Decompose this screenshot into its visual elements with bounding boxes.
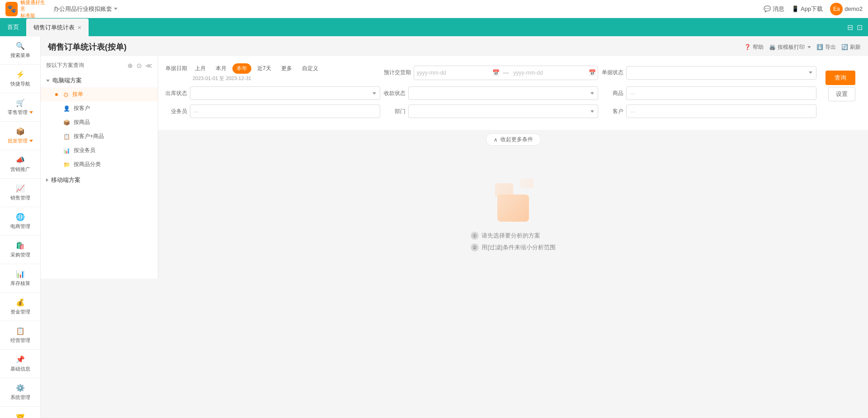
search-menu-icon: 🔍 — [16, 42, 25, 50]
tab-close-icon[interactable]: ✕ — [77, 25, 81, 31]
collapse-icon: ∧ — [494, 137, 498, 143]
scheme-group-desktop-header[interactable]: 电脑端方案 — [41, 74, 158, 87]
tab-minimize-icon[interactable]: ⊟ — [847, 23, 853, 32]
sidebar-item-search-menu[interactable]: 🔍 搜索菜单 — [0, 36, 40, 65]
scheme-item-by-order[interactable]: ⊙ 按单 — [41, 87, 158, 101]
date-label: 单据日期 — [165, 65, 187, 72]
left-panel-header: 按以下方案查询 ⊕ ⊙ ≪ — [41, 60, 158, 73]
sidebar-item-retail[interactable]: 🛒 零售管理 — [0, 93, 40, 122]
refresh-icon: 🔄 — [841, 44, 848, 50]
wholesale-icon: 📦 — [16, 127, 25, 136]
basic-icon: 📌 — [16, 355, 25, 364]
expected-date-to-input[interactable]: yyyy-mm-dd — [511, 66, 587, 80]
ecommerce-icon: 🌐 — [16, 213, 25, 221]
by-customer-icon: 👤 — [63, 105, 70, 112]
scheme-item-by-goods-category[interactable]: 📁 按商品分类 — [41, 157, 158, 171]
date-btn-last-month[interactable]: 上月 — [191, 63, 210, 74]
sidebar-item-ecommerce[interactable]: 🌐 电商管理 — [0, 207, 40, 236]
scheme-item-by-customer-goods[interactable]: 📋 按客户+商品 — [41, 129, 158, 143]
message-icon: 💬 — [764, 5, 771, 12]
tab-maximize-icon[interactable]: ⊡ — [857, 23, 863, 32]
order-status-select[interactable] — [626, 66, 816, 80]
expected-date-calendar-to-icon[interactable]: 📅 — [587, 69, 598, 76]
date-btn-this-year[interactable]: 本年 — [232, 63, 251, 74]
date-btn-custom[interactable]: 自定义 — [298, 63, 322, 74]
account-selector[interactable]: 办公用品行业模拟账套 — [50, 3, 121, 15]
sidebar-item-system[interactable]: ⚙️ 系统管理 — [0, 378, 40, 407]
sidebar-item-operations[interactable]: 📋 经营管理 — [0, 321, 40, 350]
tab-sales-order-stats[interactable]: 销售订单统计表 ✕ — [26, 19, 89, 37]
active-indicator — [55, 93, 58, 96]
scheme-item-by-salesperson[interactable]: 📊 按业务员 — [41, 143, 158, 157]
receipt-status-select[interactable] — [408, 86, 599, 100]
avatar: Ea — [830, 3, 843, 15]
by-order-icon: ⊙ — [63, 91, 69, 98]
by-goods-icon: 📦 — [63, 119, 70, 126]
retail-arrow-icon — [29, 111, 33, 114]
order-status-filter: 单据状态 — [602, 66, 816, 80]
top-bar-right: 💬 消息 📱 App下载 Ea demo2 — [764, 3, 863, 15]
sidebar-item-wholesale[interactable]: 📦 批发管理 — [0, 122, 40, 150]
help-button[interactable]: ❓ 帮助 — [744, 43, 764, 51]
sidebar-item-enterprise-collab[interactable]: 🤝 企业协同 — [0, 407, 40, 418]
expected-date-calendar-from-icon[interactable]: 📅 — [491, 69, 501, 76]
add-scheme-icon[interactable]: ⊕ — [127, 62, 133, 69]
order-status-dropdown-icon — [809, 71, 812, 74]
export-button[interactable]: ⬇️ 导出 — [816, 43, 836, 51]
tab-home[interactable]: 首页 — [0, 18, 26, 36]
date-separator: — — [501, 69, 511, 76]
tab-bar: 首页 销售订单统计表 ✕ ⊟ ⊡ — [0, 18, 868, 36]
customer-label: 客户 — [602, 108, 623, 115]
expected-date-filter: 预计交货期 yyyy-mm-dd 📅 — yyyy-mm-dd 📅 — [384, 66, 599, 80]
purchase-icon: 🛍️ — [16, 241, 25, 250]
print-dropdown-icon — [807, 46, 811, 48]
date-filter: 单据日期 上月 本月 本年 近7天 更多 自定义 — [165, 63, 380, 82]
page-title: 销售订单统计表(按单) — [48, 42, 127, 52]
right-panel: 单据日期 上月 本月 本年 近7天 更多 自定义 — [158, 56, 868, 279]
collapse-panel-icon[interactable]: ≪ — [146, 62, 152, 69]
scheme-group-mobile-header[interactable]: 移动端方案 — [41, 173, 158, 187]
collapse-bar[interactable]: ∧ 收起更多条件 — [158, 130, 868, 149]
date-range-display: 2023-01-01 至 2023-12-31 — [193, 76, 251, 81]
scheme-group-desktop: 电脑端方案 ⊙ 按单 👤 按客户 📦 — [41, 73, 158, 172]
date-btn-this-month[interactable]: 本月 — [212, 63, 231, 74]
expected-date-from-input[interactable]: yyyy-mm-dd — [414, 66, 491, 80]
query-button[interactable]: 查询 — [826, 71, 855, 85]
expected-date-label: 预计交货期 — [384, 69, 411, 76]
settings-button[interactable]: 设置 — [828, 87, 855, 101]
scheme-item-by-goods[interactable]: 📦 按商品 — [41, 115, 158, 129]
sales-icon: 📈 — [16, 184, 25, 193]
system-icon: ⚙️ — [16, 384, 25, 392]
collapse-bar-inner[interactable]: ∧ 收起更多条件 — [486, 133, 541, 146]
empty-state: ① 请先选择要分析的方案 ② 用[过滤]条件来缩小分析范围 — [158, 149, 868, 279]
sidebar-item-quick-nav[interactable]: ⚡ 快捷导航 — [0, 65, 40, 93]
out-status-select[interactable] — [190, 86, 380, 100]
sidebar-item-marketing[interactable]: 📣 营销推广 — [0, 150, 40, 179]
sidebar-item-inventory[interactable]: 📊 库存核算 — [0, 264, 40, 293]
top-bar: 🐾 畅捷通好生意 标准版 办公用品行业模拟账套 💬 消息 📱 App下载 Ea … — [0, 0, 868, 18]
finance-icon: 💰 — [16, 298, 25, 307]
department-select[interactable] — [408, 104, 599, 118]
print-button[interactable]: 🖨️ 按模板打印 — [769, 43, 811, 51]
date-btn-more[interactable]: 更多 — [277, 63, 296, 74]
help-icon: ❓ — [744, 44, 751, 50]
sidebar-item-purchase[interactable]: 🛍️ 采购管理 — [0, 236, 40, 264]
export-icon: ⬇️ — [816, 44, 823, 50]
settings-scheme-icon[interactable]: ⊙ — [137, 62, 142, 69]
sidebar-item-finance[interactable]: 💰 资金管理 — [0, 293, 40, 321]
sidebar-item-basic[interactable]: 📌 基础信息 — [0, 350, 40, 378]
refresh-button[interactable]: 🔄 刷新 — [841, 43, 861, 51]
selector-arrow-icon — [114, 8, 118, 10]
user-profile[interactable]: Ea demo2 — [830, 3, 863, 15]
customer-input[interactable]: ··· — [626, 104, 816, 118]
goods-input[interactable]: ··· — [626, 86, 816, 100]
order-status-label: 单据状态 — [602, 69, 623, 76]
scheme-item-by-customer[interactable]: 👤 按客户 — [41, 101, 158, 115]
sidebar-item-sales[interactable]: 📈 销售管理 — [0, 179, 40, 207]
date-btn-last7days[interactable]: 近7天 — [253, 63, 275, 74]
phone-icon: 📱 — [792, 5, 799, 12]
goods-label: 商品 — [602, 90, 623, 97]
salesperson-input[interactable]: ··· — [190, 104, 380, 118]
app-download-button[interactable]: 📱 App下载 — [792, 5, 823, 13]
message-button[interactable]: 💬 消息 — [764, 5, 784, 13]
